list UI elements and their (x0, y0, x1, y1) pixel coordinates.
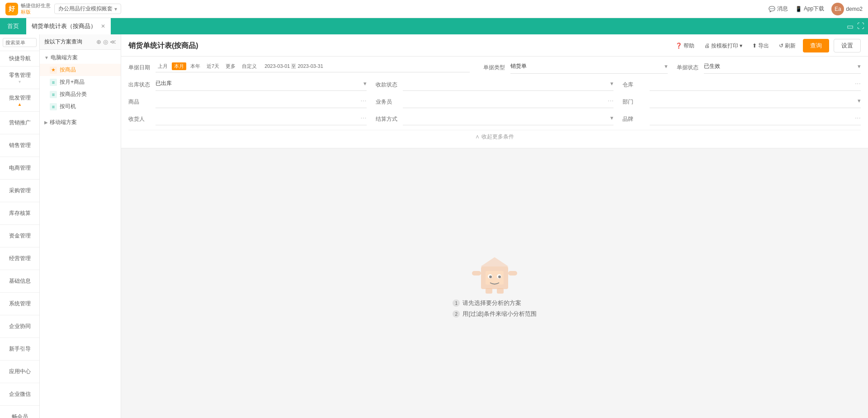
brand-dots-icon[interactable]: ··· (855, 114, 861, 122)
svg-rect-9 (497, 288, 504, 294)
payment-method-label: 结算方式 (376, 115, 403, 123)
payment-method-dropdown-icon[interactable]: ▾ (610, 114, 613, 121)
tab-close-icon[interactable]: ✕ (101, 23, 105, 29)
hint-num-2: 2 (453, 310, 460, 318)
filter-row-1: 单据日期 上月 本月 本年 近7天 更多 自定义 2023-03-01 至 20… (128, 61, 861, 74)
settings-button[interactable]: 设置 (834, 39, 861, 52)
sidebar-item-guide[interactable]: 新手引导 (0, 338, 39, 361)
app-download-button[interactable]: 📱 App下载 (795, 5, 824, 13)
warehouse-status-dropdown-icon[interactable]: ▾ (363, 80, 367, 87)
doc-type-field: 销货单 ▾ (510, 61, 668, 74)
export-icon: ⬆ (752, 43, 757, 49)
filter-row-4: 收货人 ··· 结算方式 ▾ 品牌 ··· (128, 113, 861, 125)
doc-status-dropdown-icon[interactable]: ▾ (858, 63, 861, 70)
receiver-field: ··· (156, 113, 367, 125)
sidebar-item-marketing[interactable]: 营销推广 (0, 112, 39, 134)
search-input[interactable] (3, 38, 37, 47)
doc-type-label: 单据类型 (483, 64, 510, 71)
product-label: 商品 (128, 98, 156, 106)
scheme-item-by-product[interactable]: ★ 按商品 (40, 64, 121, 76)
sidebar: 快捷导航 零售管理 ▾ 批发管理 ▲ 营销推广 销售管理 电商管理 采购管理 库… (0, 34, 40, 418)
receiver-dots-icon[interactable]: ··· (360, 114, 366, 122)
page-actions: ❓ 帮助 🖨 按模板打印 ▾ ⬆ 导出 ↺ 刷新 (673, 39, 861, 52)
date-last-month[interactable]: 上月 (156, 62, 170, 70)
tab-home[interactable]: 首页 (0, 18, 26, 34)
logo-text: 畅捷信好生意 标版 (21, 3, 51, 14)
scheme-item-by-category[interactable]: ≡ 按商品分类 (40, 88, 121, 100)
edit-scheme-icon[interactable]: ◎ (103, 38, 108, 45)
doc-status-value: 已生效 (704, 62, 720, 70)
date-this-year[interactable]: 本年 (188, 62, 203, 70)
hint-num-1: 1 (453, 299, 460, 307)
doc-status-field: 已生效 ▾ (704, 61, 861, 74)
sidebar-item-inventory[interactable]: 库存核算 (0, 202, 39, 225)
svg-point-4 (489, 276, 492, 278)
print-template-button[interactable]: 🖨 按模板打印 ▾ (702, 41, 745, 51)
main-layout: 快捷导航 零售管理 ▾ 批发管理 ▲ 营销推广 销售管理 电商管理 采购管理 库… (0, 34, 868, 418)
sidebar-item-ecommerce[interactable]: 电商管理 (0, 157, 39, 180)
warehouse-status-label: 出库状态 (128, 81, 156, 89)
empty-illustration (467, 248, 522, 294)
sidebar-item-enterprise[interactable]: 企业协同 (0, 315, 39, 338)
refresh-icon: ↺ (779, 43, 783, 49)
workspace-selector[interactable]: 办公用品行业模拟账套 ▾ (54, 4, 121, 14)
collapse-scheme-icon[interactable]: ≪ (110, 38, 116, 45)
date-custom[interactable]: 自定义 (240, 62, 259, 70)
user-menu[interactable]: Ea demo2 (831, 3, 863, 15)
salesperson-dots-icon[interactable]: ··· (608, 97, 613, 105)
warehouse-dots-icon[interactable]: ··· (855, 80, 861, 88)
print-chevron-icon: ▾ (740, 43, 742, 49)
sidebar-item-vip[interactable]: 畅会员 (0, 406, 39, 418)
svg-rect-8 (486, 288, 492, 294)
tab-minimize-icon[interactable]: ▭ (847, 22, 854, 31)
triangle-down-icon: ▼ (44, 55, 49, 60)
refresh-button[interactable]: ↺ 刷新 (776, 41, 798, 51)
sidebar-item-wholesale[interactable]: 批发管理 ▲ (0, 89, 39, 112)
chevron-right-icon: ▾ (19, 79, 21, 84)
payment-status-dropdown-icon[interactable]: ▾ (610, 80, 613, 87)
sidebar-item-retail[interactable]: 零售管理 ▾ (0, 66, 39, 89)
export-button[interactable]: ⬆ 导出 (750, 41, 772, 51)
sidebar-item-apps[interactable]: 应用中心 (0, 361, 39, 383)
doc-type-dropdown-icon[interactable]: ▾ (665, 63, 668, 70)
receiver-label: 收货人 (128, 115, 156, 123)
help-button[interactable]: ❓ 帮助 (673, 41, 697, 51)
sidebar-item-ops[interactable]: 经营管理 (0, 247, 39, 270)
print-icon: 🖨 (704, 43, 710, 49)
scheme-mobile-group-header[interactable]: ▶ 移动端方案 (40, 116, 121, 128)
department-field: ▾ (650, 95, 861, 108)
doc-status-label: 单据状态 (677, 64, 704, 71)
sidebar-item-sales[interactable]: 销售管理 (0, 134, 39, 157)
tab-maximize-icon[interactable]: ⛶ (857, 22, 864, 30)
date-range-value: 2023-03-01 至 2023-03-31 (264, 63, 323, 70)
department-dropdown-icon[interactable]: ▾ (858, 97, 861, 104)
scheme-item-by-month-product[interactable]: ≡ 按月+商品 (40, 76, 121, 88)
scheme-item-by-scanner[interactable]: ≡ 按司机 (40, 100, 121, 113)
product-dots-icon[interactable]: ··· (360, 97, 366, 105)
message-button[interactable]: 💬 消息 (769, 5, 788, 13)
svg-point-5 (498, 276, 501, 278)
payment-status-field: ▾ (403, 78, 614, 91)
tab-sales-stat[interactable]: 销货单统计表（按商品） ✕ (26, 18, 111, 34)
help-icon: ❓ (675, 43, 682, 49)
sidebar-item-finance[interactable]: 资金管理 (0, 225, 39, 247)
add-scheme-icon[interactable]: ⊕ (96, 38, 101, 45)
sidebar-item-system[interactable]: 系统管理 (0, 293, 39, 315)
logo-area: 好 畅捷信好生意 标版 (5, 3, 51, 15)
date-more[interactable]: 更多 (223, 62, 238, 70)
empty-hints: 1 请先选择要分析的方案 2 用[过滤]条件来缩小分析范围 (453, 299, 536, 318)
query-button[interactable]: 查询 (803, 39, 829, 52)
date-last-7-days[interactable]: 近7天 (204, 62, 222, 70)
collapse-button[interactable]: ∧ 收起更多条件 (128, 130, 861, 143)
avatar: Ea (831, 3, 844, 15)
sidebar-item-wechat[interactable]: 企业微信 (0, 383, 39, 406)
date-field: 上月 本月 本年 近7天 更多 自定义 2023-03-01 至 2023-03… (156, 62, 470, 72)
date-this-month[interactable]: 本月 (172, 62, 186, 70)
sidebar-item-quicknav[interactable]: 快捷导航 (0, 51, 39, 66)
sidebar-item-basic[interactable]: 基础信息 (0, 270, 39, 293)
sidebar-item-purchase[interactable]: 采购管理 (0, 180, 39, 202)
empty-hint-1: 1 请先选择要分析的方案 (453, 299, 536, 307)
scheme-item-icon: ≡ (50, 91, 57, 98)
chevron-down-icon: ▾ (114, 6, 117, 12)
scheme-pc-group-header[interactable]: ▼ 电脑端方案 (40, 52, 121, 64)
